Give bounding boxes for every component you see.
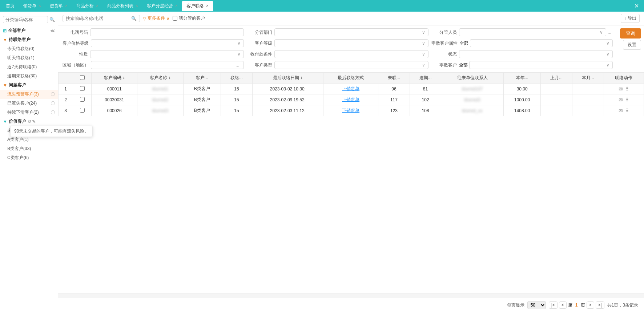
query-button[interactable]: 查询	[620, 28, 641, 39]
tab-sales-close[interactable]: ×	[39, 3, 41, 8]
customer-type-select[interactable]: ∨	[274, 61, 428, 69]
gender-field: 性质 ∨	[63, 50, 244, 58]
col-code[interactable]: 客户编码 ↕	[92, 73, 137, 84]
status-select[interactable]: ∨	[459, 50, 613, 58]
prev-page-button[interactable]: <	[559, 301, 567, 309]
zero-retail-attr-select[interactable]: ∨	[470, 39, 613, 47]
last-page-button[interactable]: >|	[596, 301, 604, 309]
value-customer-section[interactable]: ▼ 价值客户 ↺ ✎	[0, 117, 58, 126]
cell-overdue: 81	[410, 84, 441, 94]
action-message-icon[interactable]: ✉	[619, 108, 623, 114]
cell-checkbox[interactable]	[73, 105, 92, 116]
export-button[interactable]: ↑ 导出	[621, 14, 640, 23]
horizontal-scrollbar[interactable]	[58, 293, 644, 298]
phone-input[interactable]	[90, 28, 244, 36]
action-more-icon[interactable]: ⠿	[625, 97, 629, 103]
col-last-month: 上月...	[541, 73, 572, 84]
chevron-icon-7: ∨	[422, 52, 425, 57]
chevron-up-icon: ∧	[166, 16, 170, 21]
tab-sales[interactable]: 销货单 ×	[19, 1, 45, 11]
refresh-icon[interactable]: ↺	[28, 119, 31, 124]
table-row: 1 000011 blurred1 B类客户 15 2023-03-02 10:…	[59, 84, 644, 94]
cell-checkbox[interactable]	[73, 84, 92, 94]
tab-product-list-close[interactable]: ×	[136, 3, 138, 8]
tab-product-analysis[interactable]: 商品分析 ×	[72, 1, 103, 11]
action-more-icon[interactable]: ⠿	[625, 86, 629, 92]
my-customers-checkbox-label[interactable]: 我分管的客户	[173, 15, 205, 21]
sidebar-item-7days[interactable]: 近7天待联络(0)	[0, 62, 58, 72]
region-more-button[interactable]: ...	[234, 62, 241, 68]
page-nav: |< < 第 1 页 > >|	[549, 301, 604, 309]
sidebar-search-icon[interactable]: 🔍	[49, 17, 55, 22]
person-more-button[interactable]: ...	[606, 30, 613, 35]
cell-unit-contact: blurred107	[441, 84, 503, 94]
tab-customer-contact-close[interactable]: ×	[206, 3, 209, 8]
sidebar-item-c-class[interactable]: C类客户(6)	[0, 153, 58, 162]
cell-code: 000026	[92, 105, 137, 116]
tab-customer-layer-close[interactable]: ×	[175, 3, 178, 8]
sidebar-item-today[interactable]: 今天待联络(0)	[0, 44, 58, 53]
customer-type-field: 客户类型 ∨	[247, 61, 428, 69]
first-page-button[interactable]: |<	[549, 301, 558, 309]
tab-customer-layer[interactable]: 客户分层经营 ×	[142, 1, 182, 11]
cell-name: blurred1	[137, 84, 183, 94]
more-filter-button[interactable]: ▽ 更多条件 ∧	[143, 15, 170, 21]
collapse-icon: ≪	[50, 28, 55, 33]
dept-select[interactable]: ∨	[274, 28, 428, 36]
cell-last-way[interactable]: 下销货单	[323, 105, 378, 116]
search-input[interactable]	[66, 16, 131, 21]
gender-select[interactable]: ∨	[90, 50, 244, 58]
settings-button[interactable]: 设置	[623, 40, 641, 50]
window-close-button[interactable]: ✕	[631, 3, 643, 9]
row-checkbox-0[interactable]	[80, 86, 85, 91]
sidebar-item-b-class[interactable]: B类客户(33)	[0, 144, 58, 153]
action-message-icon[interactable]: ✉	[619, 97, 623, 103]
action-message-icon[interactable]: ✉	[619, 86, 623, 92]
cell-last-way[interactable]: 下销货单	[323, 84, 378, 94]
row-checkbox-2[interactable]	[80, 108, 85, 113]
tab-purchase[interactable]: 进货单 ×	[45, 1, 72, 11]
col-checkbox[interactable]	[73, 73, 92, 84]
row-checkbox-1[interactable]	[80, 97, 85, 102]
grid-icon: ⊞	[3, 28, 7, 33]
at-risk-section[interactable]: ▼ 问题客户	[0, 81, 58, 90]
select-all-checkbox[interactable]	[80, 75, 85, 80]
cell-last-date: 2023-03-02 10:30:	[252, 84, 323, 94]
cell-this-year: 1000.00	[503, 94, 541, 105]
col-unit-contact: 往来单位联系人	[441, 73, 503, 84]
sidebar-item-declining[interactable]: 持续下滑客户(2) ⓘ	[0, 108, 58, 117]
all-customers-header[interactable]: ⊞ 全部客户 ≪	[0, 26, 58, 35]
payment-field: 收付款条件 ∨	[247, 50, 428, 58]
cell-checkbox[interactable]	[73, 94, 92, 105]
sidebar-item-churned[interactable]: 已流失客户(24) ⓘ	[0, 99, 58, 108]
person-select[interactable]: ∨	[459, 28, 606, 36]
my-customers-checkbox[interactable]	[173, 16, 177, 21]
zero-retail-select[interactable]: ∨	[469, 61, 613, 69]
sidebar-item-churn-warning[interactable]: 流失预警客户(3) ⓘ	[0, 90, 58, 99]
pending-contact-section[interactable]: ▼ 待联络客户	[0, 35, 58, 44]
next-page-button[interactable]: >	[587, 301, 594, 309]
region-select[interactable]: ...	[91, 61, 244, 69]
tab-purchase-close[interactable]: ×	[65, 3, 68, 8]
pagination: 每页显示 50 100 |< < 第 1 页 > >| 共1页，3条记录	[58, 298, 644, 312]
tab-customer-contact[interactable]: 客户联络 ×	[182, 1, 213, 11]
customer-level-select[interactable]: ∨	[274, 39, 428, 47]
sidebar-item-tomorrow[interactable]: 明天待联络(1)	[0, 53, 58, 62]
sidebar-item-overdue[interactable]: 逾期未联络(30)	[0, 72, 58, 81]
cell-this-year: 30.00	[503, 84, 541, 94]
edit-icon[interactable]: ✎	[32, 119, 36, 124]
tab-product-analysis-close[interactable]: ×	[96, 3, 98, 8]
search-icon[interactable]: 🔍	[131, 16, 137, 21]
col-name[interactable]: 客户名称 ↕	[137, 73, 183, 84]
payment-select[interactable]: ∨	[274, 50, 428, 58]
person-field: 分管人员 ∨ ...	[431, 28, 613, 36]
cell-last-way[interactable]: 下销货单	[323, 94, 378, 105]
page-size-select[interactable]: 50 100	[527, 301, 546, 309]
action-more-icon[interactable]: ⠿	[625, 108, 629, 114]
price-level-select[interactable]: ∨	[91, 39, 244, 47]
tab-home[interactable]: 首页	[1, 1, 19, 11]
cell-this-year: 1408.00	[503, 105, 541, 116]
col-last-date[interactable]: 最后联络日期 ↕	[252, 73, 323, 84]
sidebar-search-input[interactable]	[3, 16, 48, 23]
tab-product-list[interactable]: 商品分析列表 ×	[103, 1, 142, 11]
